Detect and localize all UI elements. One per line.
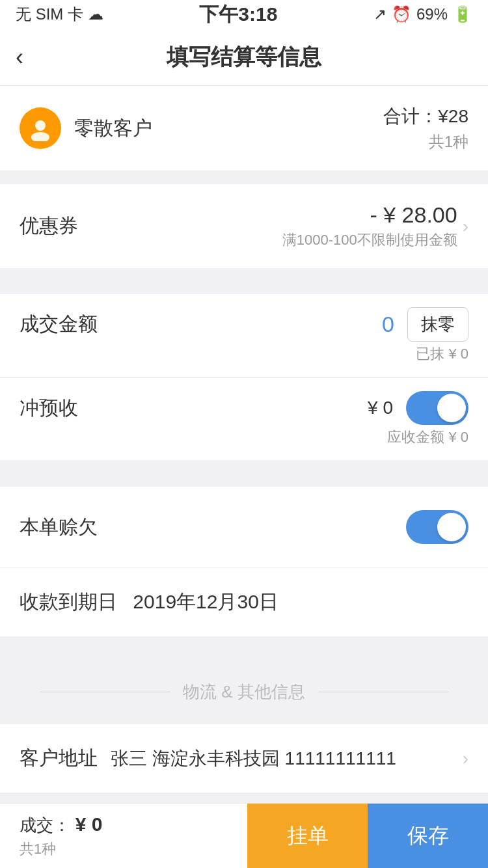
coupon-section: 优惠券 - ¥ 28.00 满1000-100不限制使用金额 › — [0, 184, 488, 268]
debit-section: 本单赊欠 收款到期日 2019年12月30日 — [0, 487, 488, 636]
nav-bar: ‹ 填写结算等信息 — [0, 29, 488, 86]
status-bar: 无 SIM 卡 ☁ 下午3:18 ↗ ⏰ 69% 🔋 — [0, 0, 488, 29]
advance-right: ¥ 0 — [368, 391, 468, 425]
customer-name: 零散客户 — [74, 115, 152, 142]
svg-point-0 — [35, 120, 46, 131]
sim-status: 无 SIM 卡 ☁ — [16, 4, 103, 25]
back-button[interactable]: ‹ — [16, 44, 23, 71]
advance-row: 冲预收 ¥ 0 应收金额 ¥ 0 — [0, 377, 488, 461]
bottom-count: 共1种 — [20, 839, 228, 859]
divider-3 — [0, 649, 488, 662]
status-right: ↗ ⏰ 69% 🔋 — [373, 5, 472, 23]
address-label: 客户地址 — [20, 745, 98, 772]
customer-row[interactable]: 零散客户 合计：¥28 共1种 — [0, 86, 488, 171]
bottom-transaction-label: 成交： — [20, 815, 70, 835]
save-button[interactable]: 保存 — [368, 804, 488, 869]
address-row[interactable]: 客户地址 张三 海淀永丰科技园 11111111111 › — [0, 724, 488, 793]
alarm-icon: ⏰ — [392, 5, 411, 23]
logistics-divider-line: 物流 & 其他信息 — [0, 681, 488, 703]
customer-total: 合计：¥28 — [383, 104, 468, 129]
coupon-description: 满1000-100不限制使用金额 — [282, 230, 457, 250]
pending-button[interactable]: 挂单 — [247, 804, 368, 869]
advance-top: 冲预收 ¥ 0 — [20, 391, 468, 425]
address-section: 客户地址 张三 海淀永丰科技园 11111111111 › — [0, 724, 488, 793]
logistics-label: 物流 & 其他信息 — [183, 681, 305, 703]
divider-1 — [0, 281, 488, 294]
debit-row: 本单赊欠 — [0, 487, 488, 568]
divider-2 — [0, 474, 488, 487]
debit-label: 本单赊欠 — [20, 514, 98, 541]
round-zero-button[interactable]: 抹零 — [407, 307, 468, 342]
location-icon: ↗ — [373, 5, 386, 23]
advance-label: 冲预收 — [20, 395, 78, 422]
avatar — [20, 107, 61, 149]
bottom-bar: 成交： ¥ 0 共1种 挂单 保存 — [0, 803, 488, 868]
advance-amount-wrap: ¥ 0 — [368, 398, 393, 418]
bottom-summary: 成交： ¥ 0 共1种 — [0, 813, 247, 859]
advance-toggle[interactable] — [406, 391, 468, 425]
coupon-amount: - ¥ 28.00 — [282, 202, 457, 228]
chevron-right-icon: › — [463, 216, 468, 237]
transaction-input[interactable]: 0 — [368, 312, 394, 337]
debit-toggle[interactable] — [406, 510, 468, 544]
coupon-row[interactable]: 优惠券 - ¥ 28.00 满1000-100不限制使用金额 › — [0, 184, 488, 268]
bottom-transaction-amount: ¥ 0 — [75, 813, 103, 835]
customer-section: 零散客户 合计：¥28 共1种 — [0, 86, 488, 171]
advance-sub: 应收金额 ¥ 0 — [20, 427, 468, 447]
address-chevron-icon: › — [463, 748, 468, 769]
battery-icon: 🔋 — [453, 5, 472, 23]
due-date-value: 2019年12月30日 — [133, 591, 278, 612]
transaction-sub: 已抹 ¥ 0 — [20, 344, 468, 364]
bottom-transaction-row: 成交： ¥ 0 — [20, 813, 228, 837]
advance-amount: ¥ 0 — [368, 398, 393, 418]
transaction-label: 成交金额 — [20, 311, 98, 338]
page-title: 填写结算等信息 — [167, 42, 321, 72]
transaction-section: 成交金额 0 抹零 已抹 ¥ 0 冲预收 ¥ 0 应收金额 ¥ 0 — [0, 294, 488, 461]
coupon-right: - ¥ 28.00 满1000-100不限制使用金额 › — [282, 202, 468, 250]
coupon-amount-wrap: - ¥ 28.00 满1000-100不限制使用金额 — [282, 202, 457, 250]
coupon-label: 优惠券 — [20, 213, 78, 239]
battery-level: 69% — [416, 5, 448, 23]
status-left: 无 SIM 卡 ☁ — [16, 4, 103, 25]
customer-amount: 合计：¥28 共1种 — [383, 104, 468, 152]
due-date-label: 收款到期日 — [20, 591, 117, 612]
transaction-row: 成交金额 0 抹零 已抹 ¥ 0 — [0, 294, 488, 377]
logistics-section: 物流 & 其他信息 — [0, 662, 488, 722]
svg-point-1 — [31, 132, 49, 141]
transaction-right: 0 抹零 — [368, 307, 468, 342]
address-value: 张三 海淀永丰科技园 11111111111 — [111, 746, 463, 771]
status-time: 下午3:18 — [199, 1, 277, 28]
customer-count: 共1种 — [383, 131, 468, 152]
customer-info: 零散客户 — [20, 107, 152, 149]
due-date-row: 收款到期日 2019年12月30日 — [0, 568, 488, 636]
transaction-top: 成交金额 0 抹零 — [20, 307, 468, 342]
